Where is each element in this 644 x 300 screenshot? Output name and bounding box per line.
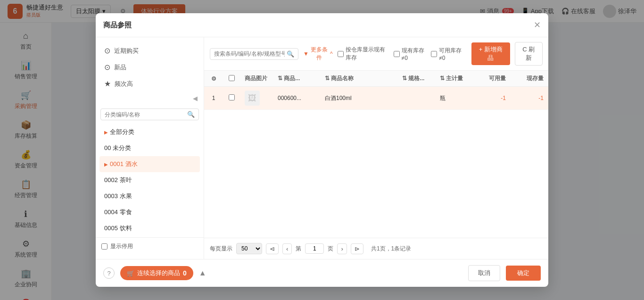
- cat-unclassified[interactable]: 00 未分类: [99, 140, 200, 156]
- row-stock: -1: [511, 87, 548, 110]
- filter-label: 更多条件: [311, 46, 328, 62]
- stock-checkbox[interactable]: [394, 51, 400, 57]
- quick-access: ⊙ 近期购买 ⊙ 新品 ★ 频次高: [96, 41, 204, 93]
- select-all-checkbox[interactable]: [229, 75, 235, 81]
- cat-label: 0004 零食: [104, 208, 132, 217]
- page-suffix: 页: [328, 245, 333, 253]
- expand-icon: ▶: [104, 130, 108, 135]
- product-image: 🖼: [245, 91, 260, 106]
- modal-body: ⊙ 近期购买 ⊙ 新品 ★ 频次高: [96, 37, 548, 259]
- filter-checkboxes: 按仓库显示现有库存 现有库存≠0 可用库存≠0: [338, 46, 462, 62]
- cart-count: 0: [183, 269, 187, 277]
- cart-label: 连续选择的商品: [137, 269, 180, 277]
- col-name-header[interactable]: ⇅ 商品名称: [320, 71, 397, 87]
- col-unit-header[interactable]: ⇅ 主计量: [435, 71, 473, 87]
- modal-overlay: 商品参照 ✕ ⊙ 近期购买 ⊙ 新品: [0, 0, 644, 300]
- category-list: ▶ 全部分类 00 未分类 ▶ 0001 酒水 0002 茶: [96, 124, 204, 237]
- page-label: 第: [296, 245, 301, 253]
- expand-icon: ▶: [104, 162, 108, 167]
- table-row[interactable]: 1 🖼: [204, 87, 548, 110]
- cat-fruit[interactable]: 0003 水果: [99, 188, 200, 204]
- category-search[interactable]: 🔍: [100, 108, 199, 120]
- col-code-header[interactable]: ⇅ 商品...: [273, 71, 320, 87]
- checkbox-warehouse[interactable]: 按仓库显示现有库存: [338, 46, 387, 62]
- search-icon: 🔍: [287, 50, 294, 58]
- warehouse-checkbox[interactable]: [338, 51, 344, 57]
- settings-icon[interactable]: ⚙: [211, 75, 216, 82]
- cat-snack[interactable]: 0004 零食: [99, 204, 200, 220]
- cat-drink[interactable]: 0005 饮料: [99, 220, 200, 236]
- cat-label: 全部分类: [110, 128, 134, 136]
- right-panel: 🔍 ▼ 更多条件 ^ 按仓库显示现有库存: [204, 37, 548, 259]
- cancel-button[interactable]: 取消: [468, 265, 500, 281]
- recent-label: 近期购买: [114, 47, 139, 55]
- checkbox-available[interactable]: 可用库存≠0: [431, 47, 462, 61]
- filter-button[interactable]: ▼ 更多条件 ^: [303, 46, 333, 62]
- product-search[interactable]: 🔍: [210, 48, 298, 60]
- show-disabled-checkbox[interactable]: [101, 243, 107, 250]
- left-panel: ⊙ 近期购买 ⊙ 新品 ★ 频次高: [96, 37, 204, 259]
- add-product-button[interactable]: + 新增商品: [471, 42, 510, 65]
- row-unit: 瓶: [435, 87, 473, 110]
- cat-label: 00 未分类: [104, 144, 131, 152]
- row-img-cell: 🖼: [240, 87, 273, 110]
- recent-purchase-item[interactable]: ⊙ 近期购买: [99, 43, 200, 58]
- pagination: 每页显示 50 20 100 ⊲ ‹ 第 页 ›: [204, 238, 548, 259]
- first-page-button[interactable]: ⊲: [266, 243, 279, 254]
- row-checkbox-cell[interactable]: [223, 87, 240, 110]
- col-avail-header: 可用量: [473, 71, 511, 87]
- cat-label: 0003 水果: [104, 192, 132, 200]
- cat-label: 0001 酒水: [110, 160, 138, 168]
- available-checkbox[interactable]: [431, 51, 437, 57]
- category-search-input[interactable]: [105, 111, 185, 118]
- row-spec: [397, 87, 435, 110]
- new-product-item[interactable]: ⊙ 新品: [99, 59, 200, 75]
- product-search-input[interactable]: [214, 50, 285, 57]
- frequent-item[interactable]: ★ 频次高: [99, 76, 200, 92]
- filter-icon: ▼: [303, 50, 309, 57]
- show-disabled-label: 显示停用: [110, 242, 133, 250]
- per-page-label: 每页显示: [210, 245, 232, 253]
- search-icon: 🔍: [187, 111, 195, 118]
- modal-title: 商品参照: [103, 21, 132, 30]
- col-check-header: [223, 71, 240, 87]
- col-spec-header[interactable]: ⇅ 规格...: [397, 71, 435, 87]
- main-layout: ⌂ 首页 📊 销售管理 🛒 采购管理 📦 库存核算 💰 资金管理 📋 经营管理 …: [0, 23, 644, 300]
- cat-liquor[interactable]: ▶ 0001 酒水: [99, 156, 200, 172]
- recent-icon: ⊙: [104, 46, 110, 55]
- row-num: 1: [204, 87, 223, 110]
- prev-page-button[interactable]: ‹: [282, 243, 292, 254]
- chevron-up-icon: ^: [330, 50, 333, 57]
- collapse-icon[interactable]: ▲: [199, 269, 206, 277]
- page-input[interactable]: [305, 243, 324, 254]
- next-page-button[interactable]: ›: [337, 243, 347, 254]
- image-placeholder: 🖼: [248, 93, 256, 103]
- confirm-button[interactable]: 确定: [506, 266, 541, 281]
- product-modal: 商品参照 ✕ ⊙ 近期购买 ⊙ 新品: [96, 13, 548, 287]
- show-disabled-area: 显示停用: [96, 237, 204, 255]
- per-page-select[interactable]: 50 20 100: [236, 243, 262, 254]
- row-checkbox[interactable]: [229, 94, 235, 100]
- row-code: 000600...: [273, 87, 320, 110]
- total-info: 共1页，1条记录: [371, 245, 411, 253]
- modal-header: 商品参照 ✕: [96, 13, 548, 37]
- col-num-header: ⚙: [204, 71, 223, 87]
- cart-icon: 🛒: [127, 270, 134, 277]
- cart-button[interactable]: 🛒 连续选择的商品 0: [120, 266, 193, 280]
- cat-all[interactable]: ▶ 全部分类: [99, 124, 200, 140]
- last-page-button[interactable]: ⊳: [351, 243, 363, 254]
- col-stock-header: 现存量: [511, 71, 548, 87]
- refresh-button[interactable]: C 刷新: [515, 42, 543, 66]
- star-icon: ★: [104, 79, 111, 88]
- collapse-left-icon[interactable]: ◀: [190, 93, 200, 103]
- close-icon[interactable]: ✕: [534, 20, 541, 30]
- modal-footer: ? 🛒 连续选择的商品 0 ▲ 取消 确定: [96, 259, 548, 287]
- main-content: 商品参照 ✕ ⊙ 近期购买 ⊙ 新品: [52, 23, 644, 300]
- new-icon: ⊙: [104, 63, 110, 72]
- frequent-label: 频次高: [115, 80, 133, 88]
- cat-tea[interactable]: 0002 茶叶: [99, 172, 200, 188]
- help-icon[interactable]: ?: [103, 267, 115, 279]
- cat-label: 0005 饮料: [104, 224, 132, 233]
- checkbox-stock[interactable]: 现有库存≠0: [394, 47, 425, 61]
- col-img-header[interactable]: 商品图片: [240, 71, 273, 87]
